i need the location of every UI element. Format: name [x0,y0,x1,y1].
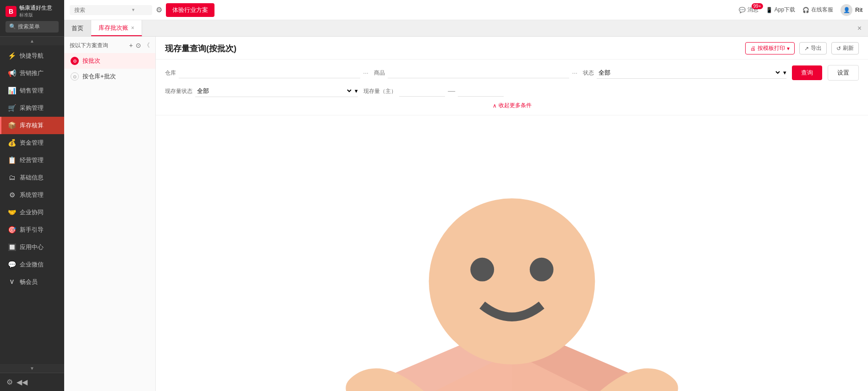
topbar-search-area: ▾ [70,5,152,15]
topbar-right: 💬 消息 99+ 📱 App下载 🎧 在线客服 👤 Rit [739,4,863,16]
sidebar-item-label: 营销推广 [20,69,44,77]
collapse-sidebar-icon[interactable]: ◀◀ [16,378,27,386]
print-label: 按模板打印 [758,44,785,52]
sidebar-item-guide[interactable]: 🎯 新手引导 [0,221,64,239]
sidebar-nav: ⚡ 快捷导航 📢 营销推广 📊 销售管理 🛒 采购管理 📦 库存核算 💰 资金管… [0,45,64,364]
sidebar-scroll-up[interactable]: ▲ [0,37,64,45]
sidebar-header: B 畅康通好生意 标准版 🔍 搜索菜单 [0,0,64,37]
sidebar-search[interactable]: 🔍 搜索菜单 [5,21,59,33]
experience-btn[interactable]: 体验行业方案 [166,3,214,17]
purchase-icon: 🛒 [8,104,16,112]
product-field: 商品 ··· [374,67,577,78]
topbar-gear-icon[interactable]: ⚙ [156,5,162,14]
collapse-icon: ∧ [493,103,497,109]
empty-state: 1 请先选择要分析的方案 2 用过滤条件来缩小分析范围 [156,115,868,391]
system-icon: ⚙ [8,191,16,199]
filter-row-1: 仓库 ··· 商品 ··· 状态 [165,65,859,81]
sidebar-scroll-down[interactable]: ▼ [0,364,64,373]
sidebar-item-label: 采购管理 [20,104,44,112]
scheme-wb-label: 按仓库+批次 [82,72,116,81]
operation-icon: 📋 [8,156,16,164]
sidebar-item-finance[interactable]: 💰 资金管理 [0,134,64,152]
warehouse-dots[interactable]: ··· [363,69,368,76]
sidebar-item-label: 畅会员 [20,278,38,286]
refresh-btn[interactable]: ↺ 刷新 [831,42,859,54]
collapse-row[interactable]: ∧ 收起更多条件 [165,102,859,109]
svg-point-6 [470,258,494,282]
product-label: 商品 [374,69,385,77]
status-select[interactable]: 全部 正常 冻结 [597,69,781,76]
sidebar-item-system[interactable]: ⚙ 系统管理 [0,186,64,204]
service-label: 在线客服 [811,6,833,14]
quick-nav-icon: ⚡ [8,52,16,60]
sidebar-item-enterprise[interactable]: 🤝 企业协同 [0,204,64,221]
status-label: 状态 [583,69,594,77]
sidebar-item-marketing[interactable]: 📢 营销推广 [0,65,64,82]
settings-footer-icon[interactable]: ⚙ [6,378,13,386]
main-area: ▾ ⚙ 体验行业方案 💬 消息 99+ 📱 App下载 🎧 在线客服 👤 Rit [64,0,868,391]
sidebar-item-wechat[interactable]: 💬 企业微信 [0,256,64,273]
export-label: 导出 [811,44,822,52]
sidebar-item-operation[interactable]: 📋 经营管理 [0,152,64,169]
sidebar-item-member[interactable]: V 畅会员 [0,273,64,291]
enterprise-icon: 🤝 [8,208,16,217]
sidebar-item-label: 基础信息 [20,174,44,182]
topbar-chevron-icon[interactable]: ▾ [132,7,135,13]
sidebar-item-inventory[interactable]: 📦 库存核算 [0,117,64,134]
scheme-batch[interactable]: ⚙ 按批次 [64,53,155,69]
svg-point-5 [429,198,595,364]
tabs-end-close[interactable]: × [851,24,868,33]
empty-illustration [156,115,868,391]
topbar-user[interactable]: 👤 Rit [841,4,863,16]
refresh-icon: ↺ [836,45,841,52]
finance-icon: 💰 [8,139,16,147]
left-panel: 按以下方案查询 + ⊙ 《 ⚙ 按批次 ⊙ 按仓库+批次 [64,37,156,391]
scheme-warehouse-batch[interactable]: ⊙ 按仓库+批次 [64,69,155,84]
left-panel-title: 按以下方案查询 [70,42,108,49]
stock-status-chevron-icon: ▾ [355,87,358,94]
add-scheme-icon[interactable]: + [129,42,133,49]
marketing-icon: 📢 [8,69,16,77]
query-btn[interactable]: 查询 [792,65,822,80]
sidebar: B 畅康通好生意 标准版 🔍 搜索菜单 ▲ ⚡ 快捷导航 📢 营销推广 📊 销售… [0,0,64,391]
sidebar-item-purchase[interactable]: 🛒 采购管理 [0,99,64,117]
scheme-dot-batch: ⚙ [71,57,79,65]
page-body: 按以下方案查询 + ⊙ 《 ⚙ 按批次 ⊙ 按仓库+批次 现存量查询(按批次) [64,37,868,391]
export-btn[interactable]: ↗ 导出 [799,42,827,54]
tab-close-icon[interactable]: × [131,25,134,31]
search-icon: 🔍 [9,23,16,30]
page-title-bar: 现存量查询(按批次) 🖨 按模板打印 ▾ ↗ 导出 ↺ 刷新 [156,37,868,60]
warehouse-input[interactable] [179,67,360,78]
topbar-search-input[interactable] [74,7,129,13]
settings-scheme-icon[interactable]: ⊙ [136,42,141,49]
stock-status-field: 现存量状态 全部 有库存 零库存 负库存 ▾ [165,85,358,97]
collapse-panel-icon[interactable]: 《 [144,41,150,49]
filter-area: 仓库 ··· 商品 ··· 状态 [156,60,868,115]
print-chevron-icon[interactable]: ▾ [787,45,790,52]
topbar-msg-btn[interactable]: 💬 消息 99+ [739,6,758,14]
product-dots[interactable]: ··· [572,69,577,76]
sidebar-edition: 标准版 [19,12,52,18]
sidebar-item-quick-nav[interactable]: ⚡ 快捷导航 [0,47,64,65]
product-input[interactable] [388,67,569,78]
settings-btn[interactable]: 设置 [828,65,859,81]
stock-qty-min-input[interactable] [399,86,445,97]
sidebar-item-sales[interactable]: 📊 销售管理 [0,82,64,99]
stock-qty-field: 现存量（主） — [363,86,556,97]
service-icon: 🎧 [802,7,809,13]
stock-qty-max-input[interactable] [458,86,504,97]
tab-inventory-batch[interactable]: 库存批次账 × [91,20,142,36]
wechat-icon: 💬 [8,261,16,269]
sidebar-item-basic[interactable]: 🗂 基础信息 [0,169,64,186]
page-title: 现存量查询(按批次) [165,43,236,54]
topbar-app-btn[interactable]: 📱 App下载 [766,6,795,14]
stock-status-select[interactable]: 全部 有库存 零库存 负库存 [195,87,353,95]
topbar-service-btn[interactable]: 🎧 在线客服 [802,6,833,14]
print-btn[interactable]: 🖨 按模板打印 ▾ [745,42,795,54]
topbar: ▾ ⚙ 体验行业方案 💬 消息 99+ 📱 App下载 🎧 在线客服 👤 Rit [64,0,868,20]
avatar: 👤 [841,4,852,16]
apps-icon: 🔲 [8,243,16,251]
sidebar-item-apps[interactable]: 🔲 应用中心 [0,239,64,256]
sidebar-item-label: 企业协同 [20,208,44,217]
tab-home[interactable]: 首页 [64,20,91,36]
